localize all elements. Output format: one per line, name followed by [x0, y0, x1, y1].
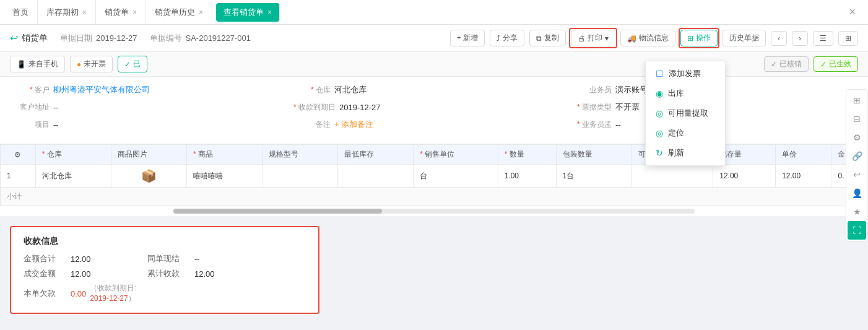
- remark-field: 备注 + 添加备注: [293, 119, 575, 130]
- row-no: 1: [1, 165, 36, 188]
- payment-date-field: 收款到期日 2019-12-27: [293, 102, 575, 113]
- addr-label: 客户地址: [12, 102, 50, 113]
- tab-view-sales[interactable]: 查看销货单 ×: [216, 3, 280, 22]
- share-button[interactable]: ⤴ 分享: [490, 30, 524, 46]
- tab-sales-order[interactable]: 销货单 ×: [96, 0, 146, 24]
- doc-title-icon: ↩: [10, 32, 18, 44]
- row-sales-unit: 台: [414, 165, 498, 188]
- tab-close-view[interactable]: ×: [267, 8, 272, 17]
- tab-close-inventory[interactable]: ×: [82, 8, 87, 17]
- remark-label: 备注: [293, 119, 331, 130]
- list-view-button[interactable]: ☰: [813, 31, 833, 46]
- row-spec: [263, 165, 338, 188]
- print-dropdown-arrow[interactable]: ▾: [605, 34, 609, 43]
- summary-balance: 本单欠款 0.00 （收款到期日: 2019-12-27）: [24, 283, 147, 304]
- operations-button[interactable]: ⊞ 操作: [680, 30, 718, 46]
- doc-date-value: 2019-12-27: [96, 33, 137, 43]
- dropdown-outbound[interactable]: ◉ 出库: [646, 84, 725, 103]
- addr-field: 客户地址 --: [12, 102, 293, 113]
- canceled-badge: ✓ 已核销: [764, 56, 809, 72]
- logistics-button[interactable]: 🚚 物流信息: [620, 30, 675, 46]
- col-pack-qty: 包装数量: [556, 145, 631, 165]
- print-button[interactable]: 🖨 打印 ▾: [571, 30, 615, 46]
- payment-date-value: 2019-12-27: [339, 103, 381, 112]
- qty-icon: ◎: [656, 108, 663, 118]
- summary-area: 收款信息 金额合计 12.00 同单现结 -- 成交金额 12.00 累计收款 …: [0, 216, 868, 328]
- copy-button[interactable]: ⧉ 复制: [529, 30, 566, 46]
- sidebar-layout1-icon[interactable]: ⊞: [848, 91, 866, 110]
- subtotal-row: 小计: [1, 188, 868, 206]
- customer-field: 客户 柳州粤港平安气体有限公司: [12, 84, 293, 95]
- new-button[interactable]: + 新增: [450, 30, 485, 46]
- dropdown-available-qty[interactable]: ◎ 可用量提取: [646, 103, 725, 123]
- detail-view-button[interactable]: ⊞: [838, 31, 858, 46]
- tab-home[interactable]: 首页: [6, 0, 38, 24]
- refresh-icon: ↻: [656, 148, 663, 158]
- right-sidebar: ⊞ ⊟ ⚙ 🔗 ↩ 👤 ★ ⛶: [846, 89, 868, 241]
- warehouse-field: 仓库 河北仓库: [293, 84, 575, 95]
- tab-inventory-init[interactable]: 库存期初 ×: [38, 0, 96, 24]
- sidebar-link-icon[interactable]: 🔗: [848, 147, 866, 165]
- check-canceled-icon: ✓: [771, 60, 777, 69]
- doc-header: ↩ 销货单 单据日期 2019-12-27 单据编号 SA-20191227-0…: [0, 25, 868, 52]
- col-unit-price: 单价: [776, 145, 831, 165]
- truck-icon: 🚚: [627, 34, 636, 43]
- salesperson-label: 业务员孟: [575, 119, 612, 130]
- sidebar-expand-icon[interactable]: ⛶: [848, 221, 866, 240]
- check-icon: ✓: [124, 60, 131, 69]
- confirmed-button[interactable]: ✓ 已: [118, 56, 147, 72]
- dropdown-add-invoice[interactable]: ☐ 添加发票: [646, 64, 725, 84]
- effective-badge: ✓ 已生效: [814, 56, 858, 72]
- check-effective-icon: ✓: [820, 60, 827, 69]
- window-close-button[interactable]: ×: [843, 6, 862, 19]
- tab-close-history[interactable]: ×: [199, 8, 203, 17]
- product-image: 📦: [141, 169, 157, 183]
- grid-icon: ⊞: [687, 34, 693, 43]
- warehouse-value: 河北仓库: [334, 84, 367, 95]
- nav-prev-button[interactable]: ‹: [771, 31, 787, 46]
- customer-value[interactable]: 柳州粤港平安气体有限公司: [53, 84, 150, 95]
- row-min-stock: [338, 165, 414, 188]
- row-available: [631, 165, 713, 188]
- from-mobile-button[interactable]: 📱 来自手机: [10, 56, 65, 72]
- dropdown-locate[interactable]: ◎ 定位: [646, 123, 725, 143]
- history-button[interactable]: 历史单据: [723, 30, 766, 46]
- mobile-icon: 📱: [17, 60, 26, 69]
- order-table: ⚙ * 仓库 商品图片 * 商品 规格型号 最低库存 * 销售单位 * 数量 包…: [0, 144, 868, 206]
- tab-close-sales[interactable]: ×: [132, 8, 137, 17]
- nav-next-button[interactable]: ›: [792, 31, 808, 46]
- print-icon: 🖨: [578, 34, 585, 43]
- staff-label: 业务员: [575, 85, 612, 95]
- row-product-img: 📦: [111, 165, 186, 188]
- staff-value: 演示账号: [615, 84, 648, 95]
- summary-box: 收款信息 金额合计 12.00 同单现结 -- 成交金额 12.00 累计收款 …: [10, 226, 319, 314]
- ticket-value: 不开票: [615, 102, 640, 113]
- plus-icon: +: [334, 119, 339, 129]
- sidebar-settings-icon[interactable]: ⚙: [848, 128, 866, 147]
- dropdown-refresh[interactable]: ↻ 刷新: [646, 143, 725, 163]
- sidebar-user-icon[interactable]: 👤: [848, 184, 866, 202]
- doc-actions: + 新增 ⤴ 分享 ⧉ 复制 🖨 打印 ▾ 🚚 物流信息: [450, 30, 858, 46]
- operations-dropdown: ☐ 添加发票 ◉ 出库 ◎ 可用量提取 ◎ 定位 ↻ 刷新: [645, 61, 726, 166]
- project-label: 项目: [12, 119, 50, 130]
- addr-value: --: [53, 103, 59, 112]
- sidebar-star-icon[interactable]: ★: [848, 202, 866, 221]
- not-opened-button[interactable]: ● 未开票: [70, 56, 113, 72]
- toolbar-row: 📱 来自手机 ● 未开票 ✓ 已 ✓ 已核销 ✓ 已生效: [0, 52, 868, 77]
- warehouse-label: 仓库: [293, 85, 331, 95]
- tab-bar: 首页 库存期初 × 销货单 × 销货单历史 × 查看销货单 × ×: [0, 0, 868, 25]
- row-product: 嘻嘻嘻嘻: [186, 165, 262, 188]
- col-gear[interactable]: ⚙: [1, 145, 36, 165]
- circle-icon: ●: [77, 60, 81, 69]
- add-remark-button[interactable]: + 添加备注: [334, 119, 373, 130]
- sidebar-layout2-icon[interactable]: ⊟: [848, 110, 866, 128]
- operations-button-wrap: ⊞ 操作: [680, 30, 718, 46]
- row-unit-price: 12.00: [776, 165, 831, 188]
- table-wrap: ⚙ * 仓库 商品图片 * 商品 规格型号 最低库存 * 销售单位 * 数量 包…: [0, 144, 868, 216]
- table-row: 1 河北仓库 📦 嘻嘻嘻嘻 台 1.00 1台 12.00 12.00 0.: [1, 165, 868, 188]
- table-header-row: ⚙ * 仓库 商品图片 * 商品 规格型号 最低库存 * 销售单位 * 数量 包…: [1, 145, 868, 165]
- doc-title-text: 销货单: [22, 33, 48, 44]
- sidebar-rotate-icon[interactable]: ↩: [848, 165, 866, 184]
- table-scrollbar[interactable]: [173, 209, 694, 214]
- tab-sales-history[interactable]: 销货单历史 ×: [146, 0, 212, 24]
